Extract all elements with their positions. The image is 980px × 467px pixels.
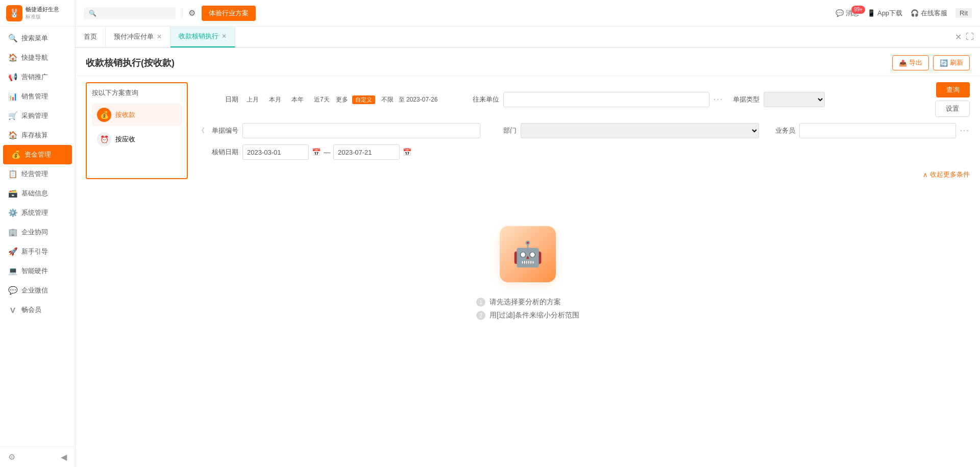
sidebar-item-system[interactable]: ⚙️ 系统管理	[0, 203, 75, 223]
topbar-app-download[interactable]: 📱 App下载	[867, 9, 902, 18]
sidebar-label-finance: 资金管理	[24, 150, 51, 159]
verify-date-end-input[interactable]	[333, 144, 400, 160]
receipt-option-icon: 💰	[97, 108, 111, 122]
counterparty-more-icon[interactable]: ···	[714, 95, 723, 104]
wechat-icon: 💬	[8, 286, 17, 295]
guide-icon: 🚀	[8, 247, 17, 256]
logo-sub: 标准版	[26, 13, 59, 20]
more-conditions-button[interactable]: ∧ 收起更多条件	[210, 166, 970, 179]
receivable-option-icon: ⏰	[97, 132, 111, 146]
topbar-divider	[182, 8, 182, 18]
counterparty-input[interactable]	[503, 92, 709, 107]
quicknav-icon: 🏠	[8, 53, 17, 62]
topbar: 🔍 ⚙ 体验行业方案 💬 消息 99+ 📱 App下载 🎧 在线客服 Rit	[76, 0, 980, 27]
date-label: 日期	[210, 95, 238, 104]
sidebar-label-purchase: 采购管理	[21, 111, 48, 120]
topbar-message[interactable]: 💬 消息 99+	[836, 9, 859, 18]
marketing-icon: 📢	[8, 72, 17, 82]
page-header: 收款核销执行(按收款) 📤 导出 🔄 刷新	[76, 48, 980, 76]
tab-collection-close[interactable]: ✕	[222, 33, 227, 40]
tab-home[interactable]: 首页	[76, 26, 106, 47]
sidebar-label-hardware: 智能硬件	[21, 266, 48, 276]
sidebar-label-wechat: 企业微信	[21, 286, 48, 295]
member-icon: V	[8, 306, 17, 314]
settings-button[interactable]: 设置	[935, 101, 970, 117]
filter-field-employee: 业务员 ···	[767, 123, 970, 138]
user-label: Rit	[955, 8, 972, 18]
more-conditions-label: 收起更多条件	[930, 170, 970, 179]
topbar-online-service[interactable]: 🎧 在线客服	[911, 9, 947, 18]
date-to-display: 至 2023-07-26	[399, 95, 438, 104]
refresh-button[interactable]: 🔄 刷新	[933, 55, 970, 70]
sidebar-label-member: 畅会员	[21, 305, 41, 314]
dept-select[interactable]	[521, 123, 758, 138]
sidebar-item-enterprise[interactable]: 🏢 企业协同	[0, 223, 75, 242]
solution-button[interactable]: 体验行业方案	[202, 6, 256, 21]
filter-field-verifydate: 核销日期 📅 — 📅	[210, 144, 483, 160]
calendar-start-icon[interactable]: 📅	[312, 148, 321, 156]
date-btn-thismonth[interactable]: 本月	[265, 94, 285, 105]
sidebar-item-member[interactable]: V 畅会员	[0, 300, 75, 319]
sidebar-item-wechat[interactable]: 💬 企业微信	[0, 281, 75, 300]
query-button[interactable]: 查询	[936, 82, 970, 97]
sidebar-item-guide[interactable]: 🚀 新手引导	[0, 242, 75, 261]
sidebar-label-quicknav: 快捷导航	[21, 53, 48, 62]
empty-step-1: 1 请先选择要分析的方案	[476, 298, 579, 307]
tab-collection-label: 收款核销执行	[179, 32, 218, 41]
filter-action-buttons: 查询 设置	[929, 82, 970, 117]
employee-input[interactable]	[799, 123, 956, 138]
sidebar-item-inventory[interactable]: 🏠 库存核算	[0, 126, 75, 145]
sidebar-item-purchase[interactable]: 🛒 采购管理	[0, 106, 75, 126]
sidebar-item-hardware[interactable]: 💻 智能硬件	[0, 261, 75, 281]
topbar-user[interactable]: Rit	[955, 8, 972, 18]
sidebar-settings-icon[interactable]: ⚙	[8, 452, 15, 462]
dept-label: 部门	[488, 126, 517, 135]
date-btn-lastmonth[interactable]: 上月	[242, 94, 263, 105]
verify-date-start-input[interactable]	[242, 144, 309, 160]
purchase-icon: 🛒	[8, 111, 17, 120]
tab-collection[interactable]: 收款核销执行 ✕	[170, 26, 235, 47]
empty-step-2: 2 用[过滤]条件来缩小分析范围	[476, 311, 579, 320]
tab-expand-icon[interactable]: ⛶	[966, 32, 974, 41]
export-button[interactable]: 📤 导出	[892, 55, 929, 70]
filter-option-receipt[interactable]: 💰 按收款	[92, 104, 182, 126]
tab-home-label: 首页	[84, 32, 97, 41]
export-label: 导出	[909, 58, 922, 67]
topbar-gear-icon[interactable]: ⚙	[188, 8, 195, 18]
date-btn-more[interactable]: 更多	[336, 95, 348, 104]
sidebar-item-sales[interactable]: 📊 销售管理	[0, 87, 75, 106]
sidebar-collapse-icon[interactable]: ◀	[61, 452, 67, 462]
calendar-end-icon[interactable]: 📅	[403, 148, 411, 156]
tab-prepay[interactable]: 预付冲应付单 ✕	[106, 26, 170, 47]
robot-emoji: 🤖	[512, 240, 543, 268]
employee-more-icon[interactable]: ···	[960, 126, 970, 135]
logo-icon: 🐰	[6, 5, 22, 21]
docno-label: 单据编号	[210, 126, 238, 135]
date-btn-thisyear[interactable]: 本年	[287, 94, 308, 105]
sidebar-item-operation[interactable]: 📋 经营管理	[0, 164, 75, 184]
sidebar-item-finance[interactable]: 💰 资金管理	[3, 145, 72, 164]
service-icon: 🎧	[911, 9, 919, 17]
date-custom-tag: 自定义	[352, 95, 375, 104]
date-btn-7days[interactable]: 近7天	[310, 94, 334, 105]
tab-close-all-icon[interactable]: ✕	[955, 32, 962, 42]
sidebar-item-search[interactable]: 🔍 搜索菜单	[0, 29, 75, 48]
logo-area: 🐰 畅捷通好生意 标准版	[0, 0, 75, 27]
tab-prepay-label: 预付冲应付单	[114, 32, 154, 41]
sidebar-label-enterprise: 企业协同	[21, 228, 48, 237]
main-area: 🔍 ⚙ 体验行业方案 💬 消息 99+ 📱 App下载 🎧 在线客服 Rit	[76, 0, 980, 467]
system-icon: ⚙️	[8, 208, 17, 217]
tab-prepay-close[interactable]: ✕	[157, 33, 162, 40]
sidebar-item-marketing[interactable]: 📢 营销推广	[0, 67, 75, 87]
filter-collapse-button[interactable]: 《	[196, 82, 206, 179]
docno-input[interactable]	[242, 123, 480, 138]
sidebar-item-quicknav[interactable]: 🏠 快捷导航	[0, 48, 75, 67]
sidebar-menu: 🔍 搜索菜单 🏠 快捷导航 📢 营销推广 📊 销售管理 🛒 采购管理 🏠 库存核…	[0, 27, 75, 447]
topbar-search-box[interactable]: 🔍	[84, 8, 176, 19]
doctype-select[interactable]	[764, 92, 825, 107]
sidebar-item-basic[interactable]: 🗃️ 基础信息	[0, 184, 75, 203]
counterparty-label: 往来单位	[471, 95, 499, 104]
filter-option-receivable[interactable]: ⏰ 按应收	[92, 128, 182, 151]
filter-area: 按以下方案查询 💰 按收款 ⏰ 按应收 《	[76, 76, 980, 185]
message-badge: 99+	[851, 6, 865, 14]
